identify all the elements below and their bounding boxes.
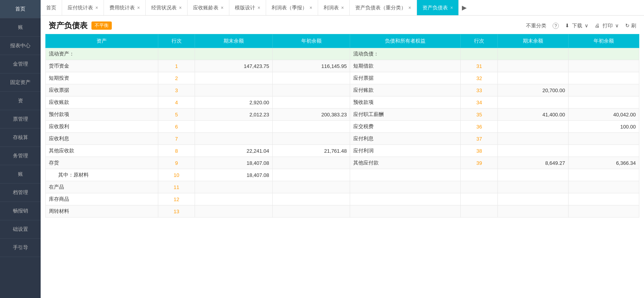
tab[interactable]: 利润表（季报）× (266, 0, 318, 16)
tab-close-icon[interactable]: × (137, 5, 140, 11)
tab-bar: 首页应付统计表×费用统计表×经营状况表×应收账龄表×模版设计×利润表（季报）×利… (41, 0, 644, 16)
table-cell: 11 (158, 181, 195, 193)
sidebar-item[interactable]: 报表中心 (0, 37, 41, 55)
tab-close-icon[interactable]: × (450, 5, 453, 11)
table-cell (497, 60, 568, 72)
sidebar-item[interactable]: 金管理 (0, 55, 41, 73)
table-cell: 20,700.00 (497, 84, 568, 96)
table-cell (272, 181, 350, 193)
table-row: 流动资产：流动负债： (46, 48, 639, 60)
balance-sheet-table: 资产行次期末余额年初余额负债和所有者权益行次期末余额年初余额 流动资产：流动负债… (45, 34, 639, 218)
table-cell: 39 (461, 157, 497, 169)
tab[interactable]: 应付统计表× (62, 0, 104, 16)
header-actions: 不重分类 ? ⬇ 下载 ∨ 🖨 打印 ∨ ↻ 刷 (526, 22, 636, 29)
sidebar-item[interactable]: 票管理 (0, 110, 41, 128)
table-cell (568, 181, 639, 193)
tab-close-icon[interactable]: × (95, 5, 98, 11)
tab[interactable]: 利润表× (318, 0, 350, 16)
tab[interactable]: 资产负债表（重分类）× (350, 0, 417, 16)
sidebar-item[interactable]: 首页 (0, 0, 41, 18)
page-title-area: 资产负债表 不平衡 (48, 20, 112, 31)
table-cell: 36 (461, 121, 497, 133)
help-btn[interactable]: ? (553, 23, 559, 29)
table-header-row: 资产行次期末余额年初余额负债和所有者权益行次期末余额年初余额 (46, 34, 639, 48)
table-cell: 18,407.08 (195, 157, 273, 169)
refresh-btn[interactable]: ↻ 刷 (625, 22, 636, 29)
sidebar-item[interactable]: 手引导 (0, 239, 41, 257)
section-label (461, 48, 497, 60)
table-cell: 1 (158, 60, 195, 72)
table-cell: 短期借款 (350, 60, 461, 72)
table-column-header: 负债和所有者权益 (350, 34, 461, 48)
sidebar-item[interactable]: 账 (0, 18, 41, 37)
sidebar: 首页账报表中心金管理固定资产资票管理存核算务管理账档管理畅报销础设置手引导 (0, 0, 41, 298)
sidebar-item[interactable]: 存核算 (0, 128, 41, 147)
tab[interactable]: 资产负债表× (417, 0, 459, 16)
table-cell: 应付职工薪酬 (350, 109, 461, 121)
table-row: 货币资金1147,423.75116,145.95短期借款31 (46, 60, 639, 72)
tab-close-icon[interactable]: × (179, 5, 182, 11)
table-cell: 5 (158, 109, 195, 121)
main-area: 首页应付统计表×费用统计表×经营状况表×应收账龄表×模版设计×利润表（季报）×利… (41, 0, 644, 298)
download-btn[interactable]: ⬇ 下载 ∨ (565, 22, 589, 29)
table-cell (568, 145, 639, 157)
sidebar-item[interactable]: 账 (0, 165, 41, 184)
tab-close-icon[interactable]: × (408, 5, 411, 11)
table-cell: 应收股利 (46, 121, 158, 133)
sidebar-item[interactable]: 档管理 (0, 184, 41, 202)
table-cell (272, 193, 350, 205)
table-cell: 在产品 (46, 181, 158, 193)
table-cell: 库存商品 (46, 193, 158, 205)
table-row: 应收利息7应付利息37 (46, 133, 639, 145)
table-cell: 100.00 (568, 121, 639, 133)
table-cell: 22,241.04 (195, 145, 273, 157)
table-cell (497, 72, 568, 84)
table-cell (568, 205, 639, 218)
page-title: 资产负债表 (48, 20, 88, 31)
table-cell (350, 205, 461, 218)
sidebar-item[interactable]: 资 (0, 92, 41, 110)
tab[interactable]: 首页 (41, 0, 62, 16)
no-reclassify-btn[interactable]: 不重分类 (526, 22, 546, 29)
section-label (195, 48, 273, 60)
page-content: 资产负债表 不平衡 不重分类 ? ⬇ 下载 ∨ 🖨 打印 ∨ (41, 16, 644, 298)
tab[interactable]: 应收账龄表× (188, 0, 229, 16)
table-cell: 8,649.27 (497, 157, 568, 169)
tab[interactable]: 模版设计× (229, 0, 266, 16)
table-cell (195, 181, 273, 193)
page-header: 资产负债表 不平衡 不重分类 ? ⬇ 下载 ∨ 🖨 打印 ∨ (41, 16, 644, 34)
table-cell (568, 72, 639, 84)
tab[interactable]: 经营状况表× (146, 0, 188, 16)
print-btn[interactable]: 🖨 打印 ∨ (595, 22, 619, 29)
table-cell (568, 193, 639, 205)
table-cell (461, 193, 497, 205)
tab-close-icon[interactable]: × (221, 5, 224, 11)
sidebar-item[interactable]: 畅报销 (0, 202, 41, 220)
table-cell (272, 96, 350, 109)
table-cell: 35 (461, 109, 497, 121)
tab-close-icon[interactable]: × (309, 5, 312, 11)
table-cell (195, 205, 273, 218)
tab[interactable]: 费用统计表× (104, 0, 146, 16)
table-column-header: 期末余额 (497, 34, 568, 48)
table-cell (497, 205, 568, 218)
sidebar-item[interactable]: 固定资产 (0, 73, 41, 92)
table-cell: 37 (461, 133, 497, 145)
section-label (497, 48, 568, 60)
table-column-header: 期末余额 (195, 34, 273, 48)
table-cell (350, 193, 461, 205)
table-cell (497, 145, 568, 157)
table-cell (272, 72, 350, 84)
section-label (272, 48, 350, 60)
table-column-header: 年初余额 (272, 34, 350, 48)
table-cell: 41,400.00 (497, 109, 568, 121)
tab-scroll-right[interactable]: ▶ (459, 0, 470, 16)
sidebar-item[interactable]: 础设置 (0, 220, 41, 239)
tab-close-icon[interactable]: × (341, 5, 344, 11)
tab-close-icon[interactable]: × (258, 5, 260, 11)
table-container: 资产行次期末余额年初余额负债和所有者权益行次期末余额年初余额 流动资产：流动负债… (41, 34, 644, 222)
table-cell: 应交税费 (350, 121, 461, 133)
table-cell (350, 169, 461, 181)
sidebar-item[interactable]: 务管理 (0, 147, 41, 165)
table-row: 其中：原材料1018,407.08 (46, 169, 639, 181)
